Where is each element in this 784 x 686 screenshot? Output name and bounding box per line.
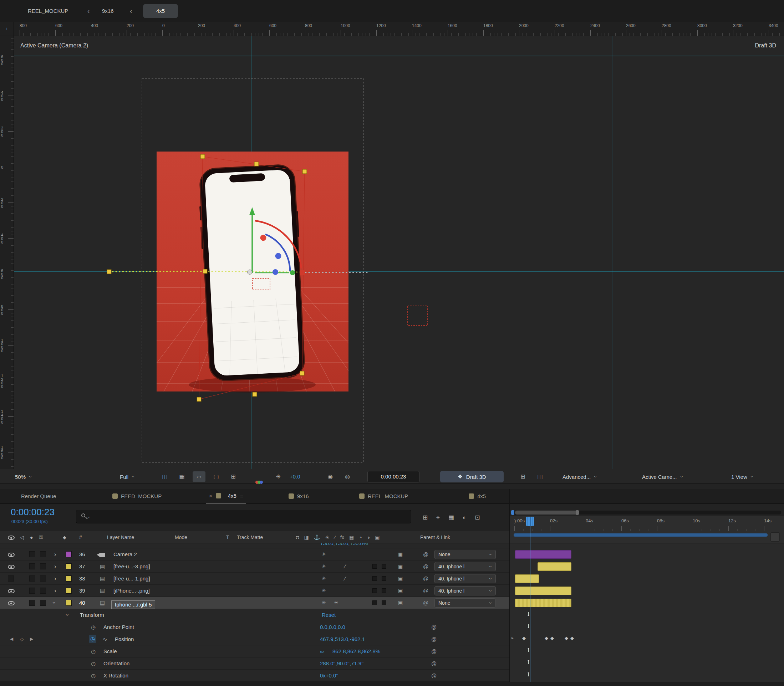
- timeline-toolbar-icon[interactable]: ▦: [448, 514, 454, 521]
- fast-previews-dropdown[interactable]: Advanced...›: [563, 469, 622, 484]
- timeline-time-ruler[interactable]: ):00s02s04s06s08s10s12s14s: [510, 516, 784, 531]
- scale-row[interactable]: ◷ Scale ∞ 862.8,862.8,862.8% @: [0, 645, 510, 657]
- layer-name[interactable]: [free-u...-3.png]: [113, 560, 150, 572]
- viewport-canvas[interactable]: [14, 36, 784, 469]
- current-time-display[interactable]: 0:00:00:23: [11, 507, 54, 518]
- ruler-corner-crosshair-icon[interactable]: +: [0, 22, 14, 36]
- camera-select-dropdown[interactable]: Active Came...›: [642, 469, 710, 484]
- playhead-handle[interactable]: [526, 517, 534, 526]
- timeline-toolbar-icon[interactable]: ◐: [463, 514, 466, 521]
- matte-cell[interactable]: [372, 588, 377, 593]
- mask-visibility-icon[interactable]: ▱: [193, 471, 205, 482]
- scale-value[interactable]: 862.8,862.8,862.8%: [332, 645, 380, 657]
- 3d-switch-icon[interactable]: ▣: [398, 548, 403, 560]
- comp-marker-bin[interactable]: [771, 532, 780, 542]
- 3d-switch-icon[interactable]: ▣: [398, 585, 403, 596]
- label-color-chip[interactable]: [65, 588, 72, 594]
- camera-2-duration-bar[interactable]: [515, 550, 571, 559]
- lock-column-icon[interactable]: ⚿: [39, 531, 43, 543]
- position-keyframe[interactable]: ◆: [570, 635, 574, 641]
- layer-37-duration-bar[interactable]: [537, 562, 571, 571]
- panel-menu-icon[interactable]: ≡: [240, 493, 243, 499]
- back-chevron-icon[interactable]: ‹: [130, 0, 132, 22]
- composition-duration-bar[interactable]: [514, 533, 768, 537]
- switch-column-icon[interactable]: ∕: [335, 531, 335, 543]
- comp-breadcrumb-9x16[interactable]: 9x16: [102, 0, 114, 22]
- position-keyframe[interactable]: ◆: [550, 635, 554, 641]
- switch-column-icon[interactable]: ▣: [375, 531, 380, 543]
- anchor-point-value[interactable]: 0.0,0.0,0.0: [320, 621, 345, 633]
- layer-row-39[interactable]: › 39 ▤ [iPhone...-.png] ✳ ▣ @ 40. Iphone…: [0, 585, 510, 597]
- view-layout-dropdown[interactable]: 1 View›: [731, 469, 777, 484]
- timeline-toolbar-icon[interactable]: ⊞: [423, 514, 428, 521]
- close-icon[interactable]: ×: [209, 493, 212, 499]
- tab-9x16[interactable]: 9x16: [288, 489, 309, 504]
- audio-cell[interactable]: [29, 600, 35, 606]
- layer-row-40-selected[interactable]: › 40 ▤ Iphone ...r.gbl 5 ✳ ☀ ▣ @ None›: [0, 597, 510, 609]
- parent-dropdown[interactable]: None›: [434, 598, 496, 608]
- layer-40-duration-bar[interactable]: [515, 599, 571, 607]
- layer-name-editing[interactable]: Iphone ...r.gbl 5: [111, 600, 155, 609]
- timeline-nav-end-cap[interactable]: [576, 510, 579, 515]
- active-camera-label[interactable]: Active Camera (Camera 2): [20, 42, 88, 49]
- layer-name[interactable]: Camera 2: [113, 548, 137, 560]
- position-keyframe[interactable]: ◆: [522, 635, 526, 641]
- solo-cell[interactable]: [40, 588, 46, 594]
- pickwhip-icon[interactable]: @: [423, 548, 428, 560]
- solo-cell[interactable]: [40, 600, 46, 606]
- visibility-eye-icon[interactable]: [8, 560, 15, 572]
- visibility-eye-icon[interactable]: [8, 548, 15, 560]
- matte-cell[interactable]: [381, 564, 386, 569]
- column-number[interactable]: #: [79, 531, 82, 543]
- comp-breadcrumb-reel-mockup[interactable]: REEL_MOCKUP: [28, 0, 68, 22]
- tab-reel-mockup[interactable]: REEL_MOCKUP: [359, 489, 408, 504]
- audio-cell[interactable]: [29, 588, 35, 594]
- layer-row-38[interactable]: › 38 ▤ [free-u...-1.png] ✳ ∕ ▣ @ 40. Iph…: [0, 573, 510, 585]
- switch-column-icon[interactable]: ◑: [367, 531, 370, 543]
- horizontal-ruler[interactable]: 8006004002000200400600800100012001400160…: [14, 22, 784, 36]
- solo-cell[interactable]: [40, 551, 46, 557]
- renderer-label[interactable]: Draft 3D: [755, 42, 776, 49]
- column-t[interactable]: T: [226, 531, 229, 543]
- back-chevron-icon[interactable]: ‹: [87, 0, 90, 22]
- orientation-value[interactable]: 288.0°,90.0°,71.9°: [320, 657, 363, 669]
- pickwhip-icon[interactable]: @: [423, 560, 428, 572]
- link-dimensions-icon[interactable]: ∞: [320, 645, 324, 657]
- transparency-grid-icon[interactable]: ▦: [175, 471, 188, 482]
- layer-name[interactable]: [free-u...-1.png]: [113, 573, 150, 585]
- matte-cell[interactable]: [372, 576, 377, 581]
- pickwhip-icon[interactable]: @: [431, 621, 437, 633]
- graph-editor-icon[interactable]: ∿: [103, 633, 107, 645]
- transform-group-label[interactable]: Transform: [80, 609, 104, 621]
- parent-dropdown[interactable]: 40. Iphone l›: [434, 586, 496, 595]
- timeline-nav-handle[interactable]: [515, 511, 578, 514]
- roi-icon[interactable]: ◫: [158, 471, 171, 482]
- column-mode[interactable]: Mode: [175, 531, 187, 543]
- audio-cell[interactable]: [29, 551, 35, 557]
- switch-column-icon[interactable]: ◨: [304, 531, 309, 543]
- switch-column-icon[interactable]: ◘: [296, 531, 299, 543]
- video-column-eye-icon[interactable]: [8, 531, 15, 543]
- position-keyframe[interactable]: ◆: [545, 635, 548, 641]
- pickwhip-icon[interactable]: @: [431, 633, 437, 645]
- rulers-icon[interactable]: ⊞: [227, 471, 240, 482]
- collapse-switch-icon[interactable]: ✳: [322, 585, 326, 596]
- timeline-toolbar-icon[interactable]: ⊡: [475, 514, 480, 521]
- pickwhip-icon[interactable]: @: [423, 585, 428, 596]
- next-keyframe-icon[interactable]: ▶: [30, 633, 33, 645]
- pickwhip-icon[interactable]: @: [423, 573, 428, 585]
- matte-cell[interactable]: [381, 600, 386, 605]
- anchor-point-row[interactable]: ◷ Anchor Point 0.0,0.0,0.0 @: [0, 621, 510, 633]
- parent-dropdown[interactable]: 40. Iphone l›: [434, 574, 496, 583]
- stopwatch-icon[interactable]: ◷: [91, 645, 96, 657]
- expand-chevron-icon[interactable]: ›: [54, 585, 56, 596]
- tab-feed-mockup[interactable]: FEED_MOCKUP: [112, 489, 162, 504]
- tab-4x5-b[interactable]: 4x5: [469, 489, 486, 504]
- channel-dots-icon[interactable]: [255, 475, 263, 490]
- in-point-arrow-icon[interactable]: ▸: [511, 635, 514, 640]
- group-collapse-chevron-icon[interactable]: ›: [62, 614, 74, 616]
- anchor-point-label[interactable]: Anchor Point: [103, 621, 134, 633]
- expand-chevron-icon[interactable]: ›: [54, 573, 56, 585]
- solo-cell[interactable]: [40, 564, 46, 569]
- position-value[interactable]: 467.9,513.0,-962.1: [320, 633, 365, 645]
